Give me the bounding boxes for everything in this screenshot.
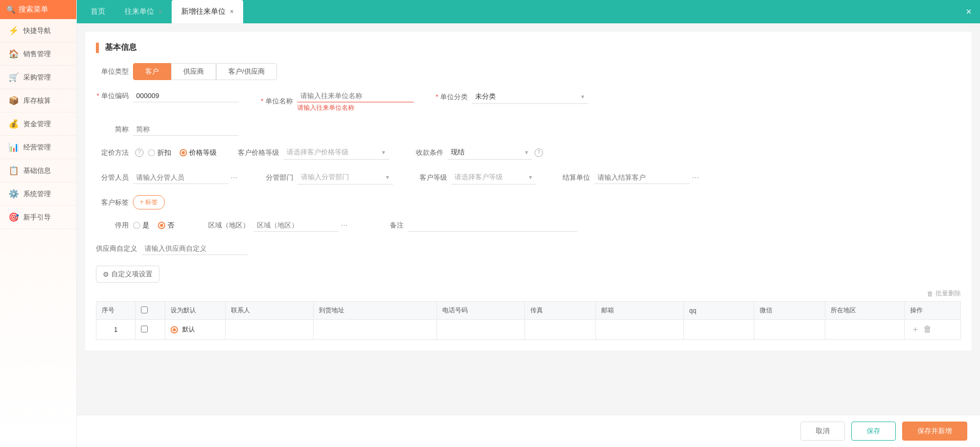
wechat-input[interactable] xyxy=(760,326,791,334)
payment-terms-select[interactable]: 现结 ▼ xyxy=(448,145,532,160)
tab-partners-close[interactable]: × xyxy=(158,8,162,15)
add-row-button[interactable]: ＋ xyxy=(911,325,920,334)
customer-level-placeholder: 请选择客户等级 xyxy=(455,172,528,182)
radio-price-level[interactable]: 价格等级 xyxy=(180,148,217,157)
unit-type-supplier[interactable]: 供应商 xyxy=(171,63,216,80)
sidebar-item-purchase[interactable]: 🛒 采购管理 xyxy=(0,66,76,89)
cell-qq xyxy=(683,320,754,340)
tabs-close-all[interactable]: × xyxy=(966,6,972,17)
col-default: 设为默认 xyxy=(165,302,226,320)
department-select[interactable]: 请输入分管部门 ▼ xyxy=(298,170,393,185)
region-more-btn[interactable]: ··· xyxy=(338,221,350,230)
cancel-button[interactable]: 取消 xyxy=(800,422,845,441)
sidebar-item-label: 库存核算 xyxy=(23,96,51,106)
radio-default[interactable]: 默认 xyxy=(171,325,220,334)
sidebar-item-operations[interactable]: 📊 经营管理 xyxy=(0,136,76,159)
sidebar-item-finance[interactable]: 💰 资金管理 xyxy=(0,112,76,136)
select-all-checkbox[interactable] xyxy=(141,306,148,313)
settlement-unit-label: 结算单位 xyxy=(557,173,594,182)
customer-price-level-select[interactable]: 请选择客户价格等级 ▼ xyxy=(283,145,389,160)
col-email: 邮箱 xyxy=(595,302,683,320)
pricing-info-icon[interactable]: ? xyxy=(135,148,144,157)
sidebar-item-sales[interactable]: 🏠 销售管理 xyxy=(0,42,76,66)
tab-home-label: 首页 xyxy=(91,7,105,16)
purchase-icon: 🛒 xyxy=(8,72,19,82)
sidebar-item-basic-info[interactable]: 📋 基础信息 xyxy=(0,159,76,182)
radio-yes[interactable]: 是 xyxy=(133,221,149,230)
phone-input[interactable] xyxy=(442,326,485,334)
supplier-custom-field: 供应商自定义 xyxy=(96,242,247,255)
radio-price-level-label: 价格等级 xyxy=(189,148,217,157)
col-checkbox xyxy=(136,302,165,320)
tab-new-partner-close[interactable]: × xyxy=(230,8,234,15)
supplier-custom-input[interactable] xyxy=(141,242,247,255)
cell-contact xyxy=(225,320,313,340)
region-table-input[interactable] xyxy=(831,326,868,334)
region-field: 区域（地区） ··· xyxy=(206,219,350,232)
cell-default: 默认 xyxy=(165,320,226,340)
email-input[interactable] xyxy=(601,326,644,334)
cell-email xyxy=(595,320,683,340)
sidebar-item-quick-nav[interactable]: ⚡ 快捷导航 xyxy=(0,19,76,42)
sidebar: 🔍 搜索菜单 ⚡ 快捷导航 🏠 销售管理 🛒 采购管理 📦 库存核算 💰 资金管… xyxy=(0,0,77,447)
settlement-unit-more-btn[interactable]: ··· xyxy=(690,173,701,182)
contact-input[interactable] xyxy=(231,326,273,334)
manager-more-btn[interactable]: ··· xyxy=(228,173,239,182)
system-icon: ⚙️ xyxy=(8,189,19,199)
cell-action: ＋ 🗑 xyxy=(904,320,960,340)
row-checkbox[interactable] xyxy=(141,326,148,332)
department-field: 分管部门 请输入分管部门 ▼ xyxy=(261,170,393,185)
col-contact: 联系人 xyxy=(225,302,313,320)
operations-icon: 📊 xyxy=(8,142,19,152)
pricing-radio-group: 折扣 价格等级 xyxy=(148,148,217,157)
customer-level-label: 客户等级 xyxy=(414,173,451,182)
save-add-button[interactable]: 保存并新增 xyxy=(902,422,967,441)
address-input[interactable] xyxy=(319,326,382,334)
sidebar-search-label[interactable]: 搜索菜单 xyxy=(19,5,48,14)
sidebar-item-inventory[interactable]: 📦 库存核算 xyxy=(0,89,76,112)
section-icon: ▌ xyxy=(96,43,102,52)
sidebar-header: 🔍 搜索菜单 xyxy=(0,0,76,19)
tab-new-partner[interactable]: 新增往来单位 × xyxy=(172,0,243,23)
pricing-method-label: 定价方法 xyxy=(96,148,133,157)
fax-input[interactable] xyxy=(530,326,562,334)
tab-home[interactable]: 首页 xyxy=(81,0,115,23)
tags-label: 客户标签 xyxy=(96,198,133,207)
notes-input[interactable] xyxy=(408,219,577,232)
add-tag-button[interactable]: + 标签 xyxy=(133,195,165,209)
radio-no[interactable]: 否 xyxy=(158,221,174,230)
radio-discount[interactable]: 折扣 xyxy=(148,148,171,157)
customer-level-select[interactable]: 请选择客户等级 ▼ xyxy=(451,170,536,185)
unit-type-customer[interactable]: 客户 xyxy=(133,63,171,80)
short-name-input[interactable] xyxy=(133,123,239,136)
customer-price-level-field: 客户价格等级 请选择客户价格等级 ▼ xyxy=(238,145,389,160)
department-arrow: ▼ xyxy=(385,174,390,180)
radio-default-circle xyxy=(171,326,178,334)
radio-no-label: 否 xyxy=(167,221,174,230)
custom-settings-button[interactable]: ⚙ 自定义项设置 xyxy=(96,266,159,283)
sidebar-item-guide[interactable]: 🎯 新手引导 xyxy=(0,206,76,229)
region-input[interactable] xyxy=(254,219,338,232)
unit-code-input[interactable] xyxy=(133,90,239,102)
save-button[interactable]: 保存 xyxy=(851,422,896,441)
table-header-row: 序号 设为默认 联系人 到货地址 电话号码 传真 邮箱 qq 微信 所在地区 操… xyxy=(96,302,961,320)
batch-delete-label[interactable]: 批量删除 xyxy=(936,289,961,298)
col-phone: 电话号码 xyxy=(436,302,524,320)
payment-terms-label: 收款条件 xyxy=(411,148,448,157)
tab-partners[interactable]: 往来单位 × xyxy=(115,0,172,23)
payment-terms-info-icon[interactable]: ? xyxy=(534,148,543,157)
sidebar-item-label: 经营管理 xyxy=(23,143,51,152)
manager-label: 分管人员 xyxy=(96,173,133,182)
basic-info-icon: 📋 xyxy=(8,165,19,176)
unit-type-both[interactable]: 客户/供应商 xyxy=(216,63,277,80)
sidebar-item-system[interactable]: ⚙️ 系统管理 xyxy=(0,182,76,206)
delete-row-button[interactable]: 🗑 xyxy=(923,325,932,334)
sidebar-item-label: 基础信息 xyxy=(23,166,51,176)
unit-name-input[interactable] xyxy=(297,90,414,102)
unit-code-label: 单位编码 xyxy=(96,91,133,101)
col-address: 到货地址 xyxy=(314,302,436,320)
unit-category-select[interactable]: 未分类 ▼ xyxy=(472,90,589,104)
manager-input[interactable] xyxy=(133,171,228,184)
settlement-unit-input[interactable] xyxy=(594,171,690,184)
qq-input[interactable] xyxy=(689,326,721,334)
